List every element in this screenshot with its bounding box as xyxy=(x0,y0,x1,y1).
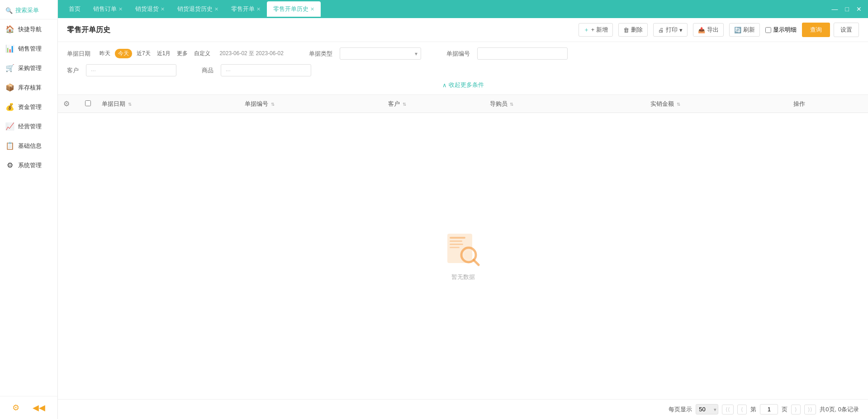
export-button[interactable]: 📤 导出 xyxy=(693,23,724,37)
collapse-sidebar-icon[interactable]: ◀◀ xyxy=(33,403,45,413)
show-cols-checkbox[interactable] xyxy=(765,27,771,33)
th-customer: 客户 ⇅ xyxy=(383,95,484,113)
date-btn-7days[interactable]: 近7天 xyxy=(135,49,152,58)
print-button[interactable]: 🖨 打印 ▾ xyxy=(653,23,688,37)
restore-button[interactable]: □ xyxy=(844,5,851,14)
sort-num-icon[interactable]: ⇅ xyxy=(271,102,275,107)
sidebar-search-label: 搜索采单 xyxy=(15,6,39,14)
sidebar-item-label: 库存核算 xyxy=(18,84,42,92)
sort-customer-icon[interactable]: ⇅ xyxy=(403,102,406,107)
sidebar-item-label: 采购管理 xyxy=(18,64,42,72)
sidebar-item-label: 资金管理 xyxy=(18,103,42,111)
minimize-button[interactable]: — xyxy=(830,5,840,14)
setting-button[interactable]: 设置 xyxy=(834,23,859,37)
page-first-btn[interactable]: ⟨⟨ xyxy=(722,405,734,414)
tab-bar: 首页 销售订单 ✕ 销货退货 ✕ 销货退货历史 ✕ 零售开单 ✕ 零售开单历史 … xyxy=(58,0,868,18)
sidebar-item-operations[interactable]: 📈 经营管理 xyxy=(0,117,57,136)
tab-home[interactable]: 首页 xyxy=(62,1,87,17)
query-button[interactable]: 查询 xyxy=(802,23,830,37)
sidebar-item-basic-info[interactable]: 📋 基础信息 xyxy=(0,136,57,155)
tab-retail-open-history[interactable]: 零售开单历史 ✕ xyxy=(267,1,321,17)
tab-sales-return[interactable]: 销货退货 ✕ xyxy=(129,1,171,17)
num-label: 单据编号 xyxy=(446,50,470,58)
tab-retail-open-label: 零售开单 xyxy=(231,5,255,13)
sidebar-item-label: 快捷导航 xyxy=(18,25,42,33)
header-row: ⚙ 单据日期 ⇅ 单据编号 ⇅ xyxy=(58,95,868,113)
sidebar-item-inventory[interactable]: 📦 库存核算 xyxy=(0,78,57,97)
export-icon: 📤 xyxy=(698,27,705,33)
sidebar-search[interactable]: 🔍 搜索采单 xyxy=(0,0,57,19)
empty-icon xyxy=(441,231,486,268)
show-cols-checkbox-wrap[interactable]: 显示明细 xyxy=(765,26,797,34)
goods-input[interactable]: ··· xyxy=(221,64,311,76)
type-select[interactable] xyxy=(340,47,421,60)
delete-icon: 🗑 xyxy=(623,27,629,33)
finance-icon: 💰 xyxy=(5,103,14,111)
goods-label: 商品 xyxy=(202,66,213,75)
svg-line-6 xyxy=(474,260,479,265)
page-title: 零售开单历史 xyxy=(67,25,110,35)
tab-retail-open[interactable]: 零售开单 ✕ xyxy=(225,1,267,17)
search-icon: 🔍 xyxy=(5,7,13,14)
page-label-pre: 第 xyxy=(750,405,756,414)
page-size-select[interactable]: 50 20 100 xyxy=(696,404,718,414)
table-area: ⚙ 单据日期 ⇅ 单据编号 ⇅ xyxy=(58,95,868,399)
page-next-btn[interactable]: ⟩ xyxy=(791,405,801,414)
delete-button[interactable]: 🗑 删除 xyxy=(618,23,648,37)
date-btn-custom[interactable]: 自定义 xyxy=(192,49,212,58)
type-label: 单据类型 xyxy=(309,50,332,58)
sidebar-item-purchase-mgmt[interactable]: 🛒 采购管理 xyxy=(0,58,57,78)
refresh-button[interactable]: 🔄 刷新 xyxy=(729,23,760,37)
info-icon: 📋 xyxy=(5,141,14,150)
tab-home-label: 首页 xyxy=(69,5,81,13)
sidebar-item-label: 系统管理 xyxy=(18,161,42,169)
main-content: 首页 销售订单 ✕ 销货退货 ✕ 销货退货历史 ✕ 零售开单 ✕ 零售开单历史 … xyxy=(58,0,868,419)
tab-sales-return-history[interactable]: 销货退货历史 ✕ xyxy=(171,1,225,17)
add-icon: ＋ xyxy=(583,26,589,34)
sort-date-icon[interactable]: ⇅ xyxy=(128,102,132,107)
tab-sales-order[interactable]: 销售订单 ✕ xyxy=(87,1,129,17)
cart-icon: 🛒 xyxy=(5,64,14,72)
type-select-wrap xyxy=(340,47,421,60)
tab-sales-return-label: 销货退货 xyxy=(135,5,159,13)
svg-rect-1 xyxy=(450,237,465,239)
th-guide: 导购员 ⇅ xyxy=(484,95,607,113)
date-btn-today[interactable]: 今天 xyxy=(115,49,132,58)
svg-rect-2 xyxy=(450,240,462,242)
table-gear-icon[interactable]: ⚙ xyxy=(63,100,70,108)
sidebar-item-label: 基础信息 xyxy=(18,142,42,150)
tab-sales-return-close[interactable]: ✕ xyxy=(161,6,165,12)
tab-retail-open-history-close[interactable]: ✕ xyxy=(310,6,314,12)
page-prev-btn[interactable]: ⟨ xyxy=(737,405,747,414)
sidebar-item-sales-mgmt[interactable]: 📊 销售管理 xyxy=(0,39,57,58)
th-num: 单据编号 ⇅ xyxy=(239,95,382,113)
th-spacer xyxy=(607,95,645,113)
sidebar-item-label: 经营管理 xyxy=(18,122,42,131)
th-date: 单据日期 ⇅ xyxy=(96,95,239,113)
page-last-btn[interactable]: ⟩⟩ xyxy=(804,405,816,414)
collapse-btn[interactable]: ∧ 收起更多条件 xyxy=(442,81,484,89)
select-all-checkbox[interactable] xyxy=(85,100,91,106)
sidebar-item-finance[interactable]: 💰 资金管理 xyxy=(0,97,57,117)
tab-sales-return-history-close[interactable]: ✕ xyxy=(214,6,218,12)
sidebar-item-system[interactable]: ⚙ 系统管理 xyxy=(0,155,57,175)
print-icon: 🖨 xyxy=(658,27,664,33)
add-button[interactable]: ＋ + 新增 xyxy=(579,23,613,37)
box-icon: 📦 xyxy=(5,83,14,92)
customer-input[interactable]: ··· xyxy=(86,64,176,76)
th-amount: 实销金额 ⇅ xyxy=(645,95,788,113)
sort-amount-icon[interactable]: ⇅ xyxy=(677,102,680,107)
date-btn-more[interactable]: 更多 xyxy=(175,49,190,58)
num-input[interactable] xyxy=(477,47,568,60)
close-button[interactable]: ✕ xyxy=(854,5,863,14)
sidebar-item-quick-nav[interactable]: 🏠 快捷导航 xyxy=(0,19,57,39)
refresh-icon: 🔄 xyxy=(734,27,741,33)
date-btn-1month[interactable]: 近1月 xyxy=(155,49,173,58)
tab-sales-order-close[interactable]: ✕ xyxy=(119,6,123,12)
chevron-up-icon: ∧ xyxy=(442,82,447,89)
tab-retail-open-close[interactable]: ✕ xyxy=(256,6,261,12)
page-input[interactable] xyxy=(760,404,778,414)
settings-bottom-icon[interactable]: ⚙ xyxy=(12,403,19,413)
date-btn-yesterday[interactable]: 昨天 xyxy=(98,49,112,58)
sort-guide-icon[interactable]: ⇅ xyxy=(510,102,513,107)
